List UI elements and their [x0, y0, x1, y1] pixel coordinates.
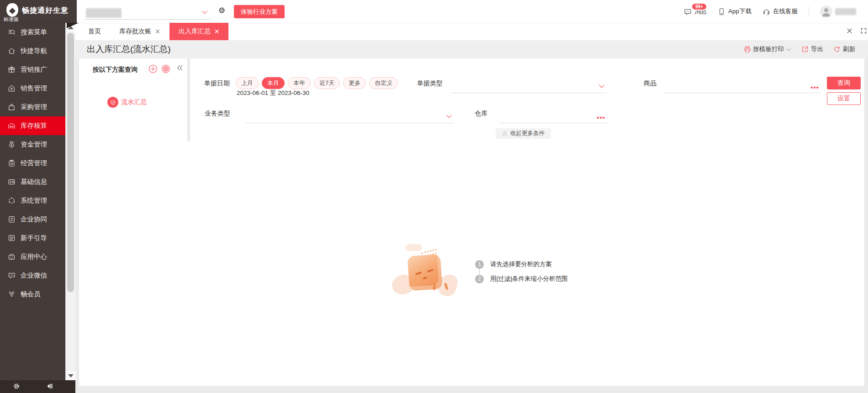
- message-icon: [684, 8, 692, 16]
- scheme-item-label: 流水汇总: [121, 98, 147, 106]
- add-scheme-icon[interactable]: [148, 64, 158, 73]
- doc-type-select[interactable]: [450, 77, 607, 93]
- sidebar-item-purchase[interactable]: 采购管理: [0, 98, 65, 116]
- date-pill-this-month[interactable]: 本月: [262, 77, 285, 89]
- sidebar-item-label: 搜索菜单: [21, 28, 47, 37]
- online-service-item[interactable]: 在线客服: [762, 7, 798, 16]
- date-range-value[interactable]: 2023-06-01 至 2023-06-30: [237, 89, 309, 97]
- settings-button[interactable]: 设置: [827, 92, 861, 105]
- quick-nav-icon: [8, 47, 16, 55]
- sidebar-item-base-info[interactable]: 基础信息: [0, 173, 65, 191]
- chevron-down-icon[interactable]: [201, 9, 208, 16]
- double-chevron-up-icon: [502, 131, 508, 136]
- step-connector: [479, 269, 480, 274]
- sales-icon: [8, 84, 16, 92]
- ellipsis-picker-icon[interactable]: •••: [597, 114, 605, 121]
- sidebar-item-wechat[interactable]: 企业微信: [0, 266, 65, 285]
- collapse-panel-icon[interactable]: [176, 64, 185, 73]
- tab-inout-summary[interactable]: 出入库汇总 ✕: [169, 23, 229, 40]
- collaboration-icon: [8, 215, 16, 223]
- date-pill-custom[interactable]: 自定义: [369, 77, 398, 89]
- sidebar-item-label: 系统管理: [21, 196, 47, 205]
- biz-type-select[interactable]: [245, 107, 454, 123]
- user-account[interactable]: [820, 5, 856, 18]
- close-tab-icon[interactable]: ✕: [155, 28, 160, 35]
- close-tab-icon[interactable]: ✕: [214, 28, 220, 35]
- sidebar-item-funds[interactable]: 资金管理: [0, 135, 65, 154]
- company-selector[interactable]: [86, 8, 122, 18]
- tab-batch-account[interactable]: 库存批次账 ✕: [110, 23, 169, 40]
- step-1: 1 请先选择要分析的方案: [475, 257, 568, 272]
- sidebar-item-label: 畅会员: [21, 290, 41, 299]
- sidebar-item-collaboration[interactable]: 企业协同: [0, 210, 65, 229]
- printer-icon: [744, 46, 751, 53]
- collapse-sidebar-icon[interactable]: [46, 383, 53, 391]
- date-pill-this-year[interactable]: 本年: [288, 77, 311, 89]
- headset-icon: [762, 8, 770, 16]
- close-icon[interactable]: [846, 27, 853, 36]
- content-area: 按以下方案查询 流水汇总 单据日期 上月 本月 本年 近7天 更多: [75, 58, 868, 393]
- query-button[interactable]: 查询: [827, 77, 861, 89]
- tab-label: 出入库汇总: [179, 27, 211, 36]
- export-button[interactable]: 导出: [801, 45, 823, 53]
- gear-icon[interactable]: [218, 6, 226, 14]
- tab-home[interactable]: 首页: [79, 23, 110, 40]
- scheme-settings-icon[interactable]: [161, 64, 170, 73]
- sidebar-item-operations[interactable]: 经营管理: [0, 154, 65, 173]
- scroll-down-arrow-icon[interactable]: [66, 371, 76, 380]
- brand-name: 畅捷通好生意: [22, 6, 69, 16]
- chevron-down-icon[interactable]: [446, 113, 452, 120]
- collapse-more-conditions-button[interactable]: 收起更多条件: [496, 128, 551, 139]
- inventory-icon: [8, 122, 16, 130]
- warehouse-input[interactable]: •••: [499, 107, 607, 123]
- fullscreen-icon[interactable]: [860, 27, 867, 36]
- sidebar-item-label: 经营管理: [21, 159, 47, 168]
- sidebar-item-system[interactable]: 系统管理: [0, 191, 65, 210]
- chevron-down-icon[interactable]: [786, 46, 791, 53]
- messages-item[interactable]: 消息 99+: [684, 7, 707, 16]
- sidebar-item-guide[interactable]: 新手引导: [0, 229, 65, 247]
- product-input[interactable]: •••: [663, 77, 821, 93]
- sidebar-item-sales[interactable]: 销售管理: [0, 79, 65, 98]
- trial-plan-button[interactable]: 体验行业方案: [234, 5, 285, 18]
- sidebar-item-inventory[interactable]: 库存核算: [0, 116, 65, 135]
- scheme-item-flow-summary[interactable]: 流水汇总: [107, 97, 147, 108]
- brand-edition: 标准版: [4, 16, 19, 23]
- sidebar-item-marketing[interactable]: 营销推广: [0, 60, 65, 79]
- sidebar-item-label: 企业微信: [21, 271, 47, 280]
- print-by-template-button[interactable]: 按模板打印: [744, 45, 792, 53]
- title-bar: 出入库汇总(流水汇总) 按模板打印 导出 刷新: [75, 40, 868, 58]
- date-pill-last-7-days[interactable]: 近7天: [314, 77, 340, 89]
- funds-icon: [8, 141, 16, 148]
- sidebar-item-search-menu[interactable]: 搜索菜单: [0, 23, 65, 42]
- marketing-icon: [8, 66, 16, 73]
- ellipsis-picker-icon[interactable]: •••: [810, 84, 819, 91]
- sidebar-item-member[interactable]: 畅会员: [0, 285, 65, 304]
- avatar: [820, 5, 832, 18]
- date-pill-more[interactable]: 更多: [343, 77, 366, 89]
- step-number-badge: 1: [475, 260, 484, 269]
- company-selector-underline: [85, 19, 211, 20]
- step-number-badge: 2: [475, 275, 484, 283]
- export-label: 导出: [811, 45, 823, 53]
- empty-state: 1 请先选择要分析的方案 2 用[过滤]条件来缩小分析范围: [392, 244, 568, 299]
- print-label: 按模板打印: [753, 45, 784, 53]
- purchase-icon: [8, 103, 16, 111]
- app-download-item[interactable]: App下载: [718, 7, 752, 16]
- refresh-button[interactable]: 刷新: [833, 45, 855, 53]
- doc-type-label: 单据类型: [417, 79, 443, 88]
- scrollbar-thumb[interactable]: [67, 33, 74, 292]
- export-icon: [801, 46, 809, 53]
- sidebar-item-label: 库存核算: [21, 121, 47, 130]
- sidebar-item-label: 快捷导航: [21, 47, 47, 55]
- settings-gear-icon[interactable]: [13, 383, 20, 391]
- refresh-icon: [833, 46, 841, 53]
- date-pill-prev-month[interactable]: 上月: [236, 77, 259, 89]
- sidebar-item-label: 营销推广: [21, 65, 47, 74]
- chevron-down-icon[interactable]: [598, 83, 605, 90]
- sidebar-scrollbar[interactable]: [65, 23, 75, 380]
- sidebar-item-app-center[interactable]: 应用中心: [0, 247, 65, 266]
- empty-state-steps: 1 请先选择要分析的方案 2 用[过滤]条件来缩小分析范围: [475, 257, 568, 286]
- query-scheme-panel: 按以下方案查询 流水汇总: [79, 58, 187, 141]
- sidebar-item-quick-nav[interactable]: 快捷导航: [0, 42, 65, 60]
